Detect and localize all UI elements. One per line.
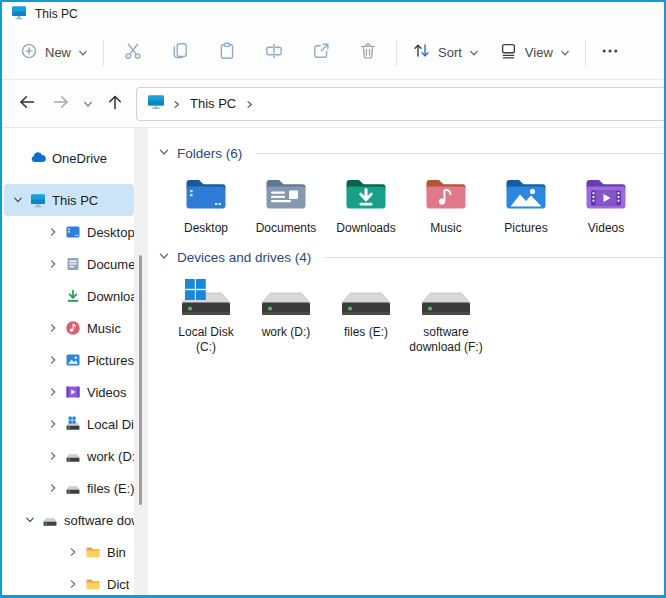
sidebar-item-label: Documents xyxy=(87,257,134,272)
sidebar-item-this-pc[interactable]: This PC xyxy=(4,184,134,216)
toolbar-divider xyxy=(396,40,397,66)
sort-button[interactable]: Sort xyxy=(402,34,489,71)
breadcrumb-chevron-icon[interactable] xyxy=(172,95,181,113)
file-tile-desktop[interactable]: Desktop xyxy=(166,170,246,236)
file-tile-music[interactable]: Music xyxy=(406,170,486,236)
drive-tile-software-download-f[interactable]: software download (F:) xyxy=(406,274,486,355)
sidebar-item-videos[interactable]: Videos xyxy=(4,376,134,408)
new-button[interactable]: New xyxy=(10,35,98,71)
copy-button[interactable] xyxy=(156,34,203,72)
file-tile-downloads[interactable]: Downloads xyxy=(326,170,406,236)
up-button[interactable] xyxy=(98,88,132,120)
sidebar-item-software-download-f[interactable]: software downl xyxy=(4,504,134,536)
tile-label: Downloads xyxy=(336,221,395,236)
chevron-right-icon[interactable] xyxy=(45,355,61,365)
chevron-right-icon[interactable] xyxy=(45,387,61,397)
sidebar-item-files-e[interactable]: files (E:) xyxy=(4,472,134,504)
tile-label: Local Disk (C:) xyxy=(168,325,244,355)
cut-icon xyxy=(123,41,143,65)
sidebar-item-onedrive[interactable]: OneDrive xyxy=(4,142,134,174)
file-tile-pictures[interactable]: Pictures xyxy=(486,170,566,236)
documents-icon xyxy=(64,256,82,272)
sidebar-item-bin[interactable]: Bin xyxy=(4,536,134,568)
address-bar[interactable]: This PC xyxy=(136,87,664,121)
view-label: View xyxy=(525,45,553,60)
recent-locations-button[interactable] xyxy=(78,88,98,120)
back-icon xyxy=(17,92,37,116)
section-rule xyxy=(255,153,664,154)
sidebar-item-label: Videos xyxy=(87,385,127,400)
file-tile-videos[interactable]: Videos xyxy=(566,170,646,236)
collapse-chevron-icon[interactable] xyxy=(158,248,170,266)
back-button[interactable] xyxy=(10,88,44,120)
file-tile-documents[interactable]: Documents xyxy=(246,170,326,236)
delete-button[interactable] xyxy=(344,34,391,72)
sidebar-item-downloads[interactable]: Downloads xyxy=(4,280,134,312)
sidebar-scrollbar[interactable] xyxy=(134,128,148,595)
chevron-right-icon[interactable] xyxy=(45,259,61,269)
chevron-right-icon[interactable] xyxy=(65,547,81,557)
content-pane: Folders (6) Desktop Documents xyxy=(148,128,664,595)
breadcrumb-chevron-icon[interactable] xyxy=(245,95,254,113)
forward-icon xyxy=(51,92,71,116)
tile-label: Pictures xyxy=(504,221,547,236)
chevron-down-icon[interactable] xyxy=(22,515,38,525)
rename-button[interactable] xyxy=(250,34,297,72)
scrollbar-thumb[interactable] xyxy=(139,255,142,505)
view-icon xyxy=(499,41,518,64)
sidebar-item-pictures[interactable]: Pictures xyxy=(4,344,134,376)
drive-icon xyxy=(64,448,82,464)
breadcrumb-item-this-pc[interactable]: This PC xyxy=(188,96,238,111)
share-icon xyxy=(311,41,331,65)
sidebar-item-desktop[interactable]: Desktop xyxy=(4,216,134,248)
section-header-folders[interactable]: Folders (6) xyxy=(158,142,664,164)
tile-label: Videos xyxy=(588,221,624,236)
folders-tile-row: Desktop Documents Downloads xyxy=(158,170,664,236)
see-more-icon xyxy=(600,41,620,65)
pictures-folder-icon xyxy=(502,170,550,218)
chevron-right-icon[interactable] xyxy=(45,227,61,237)
view-button[interactable]: View xyxy=(489,34,580,71)
sidebar-item-label: Desktop xyxy=(87,225,134,240)
copy-icon xyxy=(170,41,190,65)
cut-button[interactable] xyxy=(109,34,156,72)
window-title: This PC xyxy=(35,7,78,21)
chevron-down-icon xyxy=(560,44,570,62)
sidebar-item-local-disk-c[interactable]: Local Disk (C:) xyxy=(4,408,134,440)
documents-folder-icon xyxy=(262,170,310,218)
onedrive-cloud-icon xyxy=(29,150,47,166)
sidebar-item-label: Pictures xyxy=(87,353,134,368)
sort-label: Sort xyxy=(438,45,462,60)
drive-tile-files-e[interactable]: files (E:) xyxy=(326,274,406,340)
sidebar-item-label: OneDrive xyxy=(52,151,107,166)
sidebar-item-documents[interactable]: Documents xyxy=(4,248,134,280)
see-more-button[interactable] xyxy=(591,34,629,72)
sidebar-item-work-d[interactable]: work (D:) xyxy=(4,440,134,472)
chevron-right-icon[interactable] xyxy=(45,323,61,333)
drive-icon xyxy=(338,274,394,322)
tile-label: Desktop xyxy=(184,221,228,236)
forward-button[interactable] xyxy=(44,88,78,120)
chevron-right-icon[interactable] xyxy=(65,579,81,589)
chevron-right-icon[interactable] xyxy=(45,483,61,493)
downloads-folder-icon xyxy=(342,170,390,218)
sidebar-item-dict[interactable]: Dict xyxy=(4,568,134,598)
collapse-chevron-icon[interactable] xyxy=(158,144,170,162)
share-button[interactable] xyxy=(297,34,344,72)
sidebar-item-music[interactable]: Music xyxy=(4,312,134,344)
paste-button[interactable] xyxy=(203,34,250,72)
videos-icon xyxy=(64,384,82,400)
chevron-down-icon[interactable] xyxy=(10,195,26,205)
section-header-devices-and-drives[interactable]: Devices and drives (4) xyxy=(158,246,664,268)
desktop-folder-icon xyxy=(182,170,230,218)
sidebar-item-label: work (D:) xyxy=(87,449,134,464)
chevron-right-icon[interactable] xyxy=(45,419,61,429)
videos-folder-icon xyxy=(582,170,630,218)
up-icon xyxy=(105,92,125,116)
drive-windows-icon xyxy=(178,274,234,322)
music-icon xyxy=(64,320,82,336)
drive-tile-work-d[interactable]: work (D:) xyxy=(246,274,326,340)
chevron-right-icon[interactable] xyxy=(45,451,61,461)
drive-tile-local-disk-c[interactable]: Local Disk (C:) xyxy=(166,274,246,355)
chevron-down-icon xyxy=(469,44,479,62)
